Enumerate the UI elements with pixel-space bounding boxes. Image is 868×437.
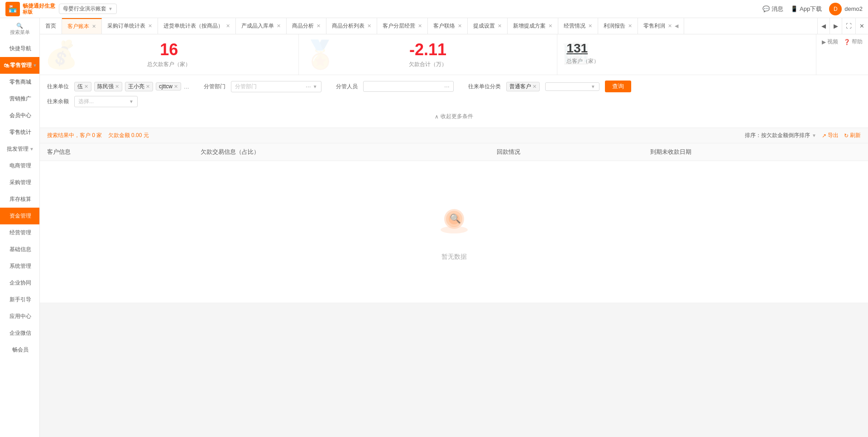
- tab-close-icon[interactable]: ✕: [277, 23, 281, 29]
- account-selector[interactable]: 母婴行业演示账套 ▼: [59, 4, 117, 14]
- tab-profit-report[interactable]: 利润报告 ✕: [598, 18, 638, 34]
- staff-select[interactable]: ···: [363, 81, 454, 92]
- sidebar-item-enterprise-collab[interactable]: 企业协同: [0, 275, 39, 291]
- tab-retail-profit[interactable]: 零售利润 ✕ ◀: [638, 18, 684, 34]
- table-header-row: 客户信息 欠款交易信息（占比） 回款情况 到期未收款日期: [40, 143, 868, 161]
- content-area: 首页 客户账本 ✕ 采购订单统计表 ✕ 进货单统计表（按商品） ✕ 产成品入库单…: [40, 18, 868, 437]
- tab-close-icon[interactable]: ✕: [367, 23, 371, 29]
- tab-overflow-icon: ◀: [675, 23, 678, 29]
- app-download-button[interactable]: 📱 App下载: [791, 5, 822, 13]
- filter-row-units: 往来单位 伍 ✕ 陈民强 ✕ 王小亮 ✕: [47, 81, 861, 92]
- search-icon: 🔍: [16, 23, 23, 29]
- tab-close-icon[interactable]: ✕: [148, 23, 152, 29]
- tab-close-icon[interactable]: ✕: [458, 23, 462, 29]
- message-button[interactable]: 💬 消息: [762, 5, 783, 13]
- tab-operation-status[interactable]: 经营情况 ✕: [558, 18, 598, 34]
- refresh-icon: ↻: [844, 133, 849, 139]
- balance-chevron-icon: ▼: [129, 99, 134, 104]
- tab-home[interactable]: 首页: [40, 18, 62, 34]
- dept-chevron-icon: ▼: [313, 84, 317, 89]
- tab-close-icon[interactable]: ✕: [668, 23, 672, 29]
- tab-product-analysis-list[interactable]: 商品分析列表 ✕: [326, 18, 377, 34]
- sidebar-item-member-center[interactable]: 会员中心: [0, 107, 39, 124]
- sidebar-item-newcomer[interactable]: 新手引导: [0, 291, 39, 308]
- tab-close-icon[interactable]: ✕: [317, 23, 321, 29]
- category-label: 往来单位分类: [468, 83, 501, 90]
- tag-close-wang[interactable]: ✕: [146, 84, 150, 90]
- tab-purchase-order-stats[interactable]: 采购订单统计表 ✕: [102, 18, 158, 34]
- tag-close-normal[interactable]: ✕: [532, 84, 537, 90]
- tab-close-icon[interactable]: ✕: [498, 23, 502, 29]
- sidebar-item-operations[interactable]: 经营管理: [0, 224, 39, 241]
- unit-tag-wu: 伍 ✕: [74, 82, 91, 91]
- tag-close-wu[interactable]: ✕: [84, 84, 88, 90]
- top-bar-left: 🏪 畅捷通好生意 标版 母婴行业演示账套 ▼: [5, 2, 117, 16]
- sidebar-item-app-center[interactable]: 应用中心: [0, 308, 39, 325]
- chevron-down-icon: ▼: [108, 6, 113, 11]
- tab-fullscreen-button[interactable]: ⛶: [842, 18, 855, 34]
- sidebar-item-retail-stats[interactable]: 零售统计: [0, 124, 39, 141]
- sidebar-item-quick-nav[interactable]: 快捷导航: [0, 40, 39, 57]
- collapse-button[interactable]: ∧ 收起更多条件: [435, 113, 473, 120]
- video-icon: ▶: [822, 39, 826, 45]
- sidebar-item-system[interactable]: 系统管理: [0, 258, 39, 275]
- balance-select[interactable]: 选择... ▼: [74, 96, 138, 107]
- table-container: 客户信息 欠款交易信息（占比） 回款情况 到期未收款日期: [40, 143, 868, 303]
- brand-logo: 🏪 畅捷通好生意 标版: [5, 2, 55, 16]
- tab-controls: ◀ ▶ ⛶ ✕: [817, 18, 868, 34]
- sort-selector[interactable]: 排序：按欠款金额倒序排序 ▼: [745, 132, 816, 139]
- tag-close-cjttcw[interactable]: ✕: [174, 84, 178, 90]
- unit-label: 往来单位: [47, 83, 69, 90]
- video-button[interactable]: ▶ 视频: [822, 38, 838, 46]
- tab-close-all-button[interactable]: ✕: [855, 18, 868, 34]
- staff-label: 分管人员: [336, 83, 358, 90]
- export-button[interactable]: ↗ 导出: [822, 132, 839, 139]
- sidebar-search[interactable]: 🔍 搜索菜单: [0, 18, 39, 40]
- unit-tags: 伍 ✕ 陈民强 ✕ 王小亮 ✕ cjttcw ✕: [74, 82, 189, 91]
- tab-close-icon[interactable]: ✕: [92, 24, 96, 29]
- sidebar-item-retail-shop[interactable]: 零售商城: [0, 74, 39, 90]
- sidebar-item-purchase[interactable]: 采购管理: [0, 174, 39, 191]
- tab-new-commission[interactable]: 新增提成方案 ✕: [508, 18, 558, 34]
- sidebar-item-inventory[interactable]: 库存核算: [0, 191, 39, 208]
- sidebar-item-enterprise-wechat[interactable]: 企业微信: [0, 325, 39, 342]
- tab-close-icon[interactable]: ✕: [418, 23, 422, 29]
- tab-customer-tier[interactable]: 客户分层经营 ✕: [377, 18, 428, 34]
- tab-close-icon[interactable]: ✕: [548, 23, 552, 29]
- query-button[interactable]: 查询: [605, 81, 631, 92]
- result-info: 搜索结果中，客户 0 家 欠款金额 0.00 元: [47, 132, 149, 139]
- sidebar-item-retail-management[interactable]: 🛍 零售管理 ▼: [0, 57, 39, 74]
- tab-close-icon[interactable]: ✕: [226, 23, 230, 29]
- tab-next-button[interactable]: ▶: [830, 18, 842, 34]
- stat-total-customers: 🏢 131 总客户（家）: [557, 34, 816, 75]
- help-button[interactable]: ❓ 帮助: [844, 38, 863, 46]
- tab-close-icon[interactable]: ✕: [588, 23, 592, 29]
- unit-tag-wang: 王小亮 ✕: [125, 82, 153, 91]
- tab-prev-button[interactable]: ◀: [817, 18, 830, 34]
- tab-finished-goods[interactable]: 产成品入库单 ✕: [236, 18, 287, 34]
- category-select[interactable]: ▼: [545, 82, 599, 91]
- stat-label-debt-amount: 欠款合计（万）: [409, 61, 447, 68]
- refresh-button[interactable]: ↻ 刷新: [844, 132, 861, 139]
- sidebar-item-chang-member[interactable]: 畅会员: [0, 342, 39, 358]
- top-bar-right: 💬 消息 📱 App下载 D demo2: [762, 3, 863, 15]
- sidebar-item-marketing[interactable]: 营销推广: [0, 90, 39, 107]
- tab-close-icon[interactable]: ✕: [628, 23, 632, 29]
- sidebar-item-basic-info[interactable]: 基础信息: [0, 241, 39, 258]
- tab-customer-ledger[interactable]: 客户账本 ✕: [62, 18, 102, 34]
- sidebar-item-finance[interactable]: 资金管理: [0, 208, 39, 224]
- tab-bar: 首页 客户账本 ✕ 采购订单统计表 ✕ 进货单统计表（按商品） ✕ 产成品入库单…: [40, 18, 868, 34]
- dept-select[interactable]: 分管部门 ··· ▼: [231, 81, 321, 92]
- tab-customer-contact[interactable]: 客户联络 ✕: [428, 18, 468, 34]
- page-content: 💰 16 总欠款客户（家） 🏅 -2.11 欠款合计（万） 🏢 131 总客户（…: [40, 34, 868, 437]
- unit-tag-cjttcw: cjttcw ✕: [156, 82, 181, 90]
- user-menu[interactable]: D demo2: [829, 3, 863, 15]
- sidebar-item-ecommerce[interactable]: 电商管理: [0, 157, 39, 174]
- more-tags-button[interactable]: ...: [184, 83, 189, 90]
- tab-product-analysis[interactable]: 商品分析 ✕: [287, 18, 326, 34]
- sidebar-item-wholesale[interactable]: 批发管理 ▼: [0, 141, 39, 157]
- tab-purchase-stats-by-product[interactable]: 进货单统计表（按商品） ✕: [158, 18, 236, 34]
- filter-section: 往来单位 伍 ✕ 陈民强 ✕ 王小亮 ✕: [40, 75, 868, 128]
- tag-close-chen[interactable]: ✕: [115, 84, 119, 90]
- tab-commission-settings[interactable]: 提成设置 ✕: [468, 18, 508, 34]
